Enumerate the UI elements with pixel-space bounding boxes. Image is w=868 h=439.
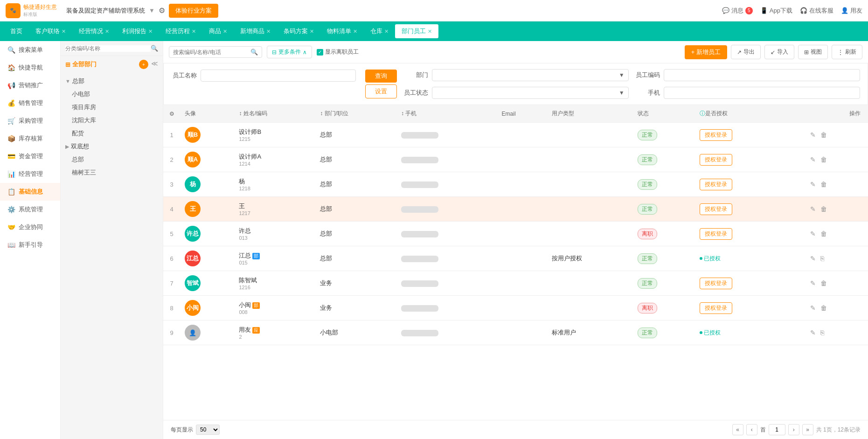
dept-search-input[interactable]	[65, 45, 151, 52]
delete-icon[interactable]: 🗑	[820, 181, 827, 188]
delete-icon[interactable]: 🗑	[820, 230, 827, 237]
th-settings[interactable]: ⚙	[163, 105, 180, 123]
tab-products[interactable]: 商品 ✕	[202, 24, 234, 38]
filter-empcode-input[interactable]	[664, 69, 860, 81]
tab-history[interactable]: 经营历程 ✕	[159, 24, 202, 38]
sidebar-item-basicinfo[interactable]: 📋 基础信息	[0, 183, 60, 201]
delete-icon[interactable]: 🗑	[820, 279, 827, 287]
tab-profit[interactable]: 利润报告 ✕	[116, 24, 159, 38]
close-icon[interactable]: ✕	[62, 28, 66, 35]
tab-customer[interactable]: 客户联络 ✕	[29, 24, 72, 38]
filter-phone-input[interactable]	[664, 87, 860, 99]
import-button[interactable]: ↙ 导入	[764, 45, 794, 59]
close-icon[interactable]: ✕	[192, 28, 196, 35]
copy-icon[interactable]: ⎘	[820, 329, 824, 336]
sidebar-item-guide[interactable]: 📖 新手引导	[0, 236, 60, 254]
edit-icon[interactable]: ✎	[810, 205, 816, 213]
app-download-button[interactable]: 📱 App下载	[760, 7, 792, 15]
message-button[interactable]: 💬 消息 5	[722, 7, 753, 15]
edit-icon[interactable]: ✎	[810, 329, 816, 336]
delete-icon[interactable]: 🗑	[820, 205, 827, 213]
close-icon[interactable]: ✕	[223, 28, 227, 35]
sidebar-item-sales[interactable]: 💰 销售管理	[0, 94, 60, 112]
dept-node-distribution[interactable]: 配货	[61, 127, 163, 140]
sidebar-item-inventory[interactable]: 📦 库存核算	[0, 130, 60, 147]
auth-button[interactable]: 授权登录	[700, 129, 732, 141]
close-icon[interactable]: ✕	[384, 28, 389, 35]
dept-node-head-office[interactable]: 总部	[61, 153, 163, 166]
tab-bom[interactable]: 物料清单 ✕	[320, 24, 364, 38]
copy-icon[interactable]: ⎘	[820, 255, 824, 262]
filter-empname-input[interactable]	[201, 70, 356, 82]
page-number-input[interactable]	[769, 424, 785, 435]
close-icon[interactable]: ✕	[266, 28, 271, 35]
sidebar-item-search[interactable]: 🔍 搜索菜单	[0, 41, 60, 59]
search-input[interactable]	[173, 49, 249, 56]
close-icon[interactable]: ✕	[310, 28, 314, 35]
more-button[interactable]: ⋮ 刷新	[832, 45, 862, 59]
reset-button[interactable]: 设置	[365, 84, 397, 98]
tab-warehouse[interactable]: 仓库 ✕	[364, 24, 395, 38]
edit-icon[interactable]: ✎	[810, 181, 816, 188]
filter-more-button[interactable]: ⊟ 更多条件 ∧	[267, 46, 312, 58]
sidebar-item-finance[interactable]: 💳 资金管理	[0, 147, 60, 165]
gear-icon[interactable]: ⚙	[159, 6, 165, 15]
close-icon[interactable]: ✕	[148, 28, 153, 35]
filter-dept-select[interactable]: ▼	[432, 69, 628, 81]
delete-icon[interactable]: 🗑	[820, 131, 827, 139]
add-employee-button[interactable]: + 新增员工	[685, 45, 727, 59]
auth-button[interactable]: 授权登录	[700, 278, 732, 289]
online-service-button[interactable]: 🎧 在线客服	[800, 7, 833, 15]
tab-barcode[interactable]: 条码方案 ✕	[277, 24, 320, 38]
checkbox-icon[interactable]: ✓	[317, 49, 323, 56]
th-name[interactable]: ↕ 姓名/编码	[234, 105, 315, 123]
sidebar-item-marketing[interactable]: 📢 营销推广	[0, 77, 60, 94]
system-dropdown-icon[interactable]: ▼	[149, 7, 155, 14]
close-icon[interactable]: ✕	[353, 28, 357, 35]
next-page-button[interactable]: ›	[788, 424, 799, 435]
dept-node-shuangdi[interactable]: ▶双底想	[61, 140, 163, 153]
th-dept[interactable]: ↕ 部门/职位	[315, 105, 396, 123]
dept-node-small-elec[interactable]: 小电部	[61, 88, 163, 101]
edit-icon[interactable]: ✎	[810, 131, 816, 139]
first-page-button[interactable]: «	[732, 424, 743, 435]
sidebar-item-enterprise[interactable]: 🤝 企业协同	[0, 218, 60, 236]
tab-operations[interactable]: 经营情况 ✕	[72, 24, 116, 38]
auth-button[interactable]: 授权登录	[700, 203, 732, 215]
show-dimission-toggle[interactable]: ✓ 显示离职员工	[317, 48, 359, 56]
close-icon[interactable]: ✕	[428, 28, 432, 35]
delete-icon[interactable]: 🗑	[820, 156, 827, 163]
close-icon[interactable]: ✕	[105, 28, 109, 35]
dept-node-project-warehouse[interactable]: 项目库房	[61, 101, 163, 114]
user-menu[interactable]: 👤 用友	[841, 7, 862, 15]
dept-add-icon[interactable]: +	[139, 60, 148, 69]
dept-node-headquarters[interactable]: ▼总部	[61, 75, 163, 88]
prev-page-button[interactable]: ‹	[746, 424, 757, 435]
auth-button[interactable]: 授权登录	[700, 228, 732, 240]
query-button[interactable]: 查询	[365, 70, 397, 83]
delete-icon[interactable]: 🗑	[820, 304, 827, 312]
dept-node-shenyang[interactable]: 沈阳大库	[61, 114, 163, 127]
filter-status-select[interactable]: ▼	[432, 87, 628, 99]
edit-icon[interactable]: ✎	[810, 156, 816, 163]
edit-icon[interactable]: ✎	[810, 304, 816, 312]
last-page-button[interactable]: »	[802, 424, 813, 435]
sidebar-item-purchase[interactable]: 🛒 采购管理	[0, 112, 60, 130]
auth-button[interactable]: 授权登录	[700, 154, 732, 166]
export-button[interactable]: ↗ 导出	[731, 45, 761, 59]
tab-new-product[interactable]: 新增商品 ✕	[234, 24, 277, 38]
edit-icon[interactable]: ✎	[810, 279, 816, 287]
page-size-dropdown[interactable]: 50 100	[196, 425, 220, 435]
edit-icon[interactable]: ✎	[810, 230, 816, 237]
auth-button[interactable]: 授权登录	[700, 179, 732, 190]
tab-home[interactable]: 首页	[4, 24, 29, 38]
view-button[interactable]: ⊞ 视图	[798, 45, 828, 59]
sidebar-item-quicknav[interactable]: 🏠 快捷导航	[0, 59, 60, 77]
edit-icon[interactable]: ✎	[810, 255, 816, 262]
sidebar-item-system[interactable]: ⚙️ 系统管理	[0, 201, 60, 218]
th-phone[interactable]: ↕ 手机	[396, 105, 497, 123]
dept-node-nanshuwang[interactable]: 楠树王三	[61, 166, 163, 179]
dept-collapse-icon[interactable]: ≪	[151, 60, 158, 69]
auth-button[interactable]: 授权登录	[700, 302, 732, 314]
sidebar-item-operations[interactable]: 📊 经营管理	[0, 165, 60, 183]
